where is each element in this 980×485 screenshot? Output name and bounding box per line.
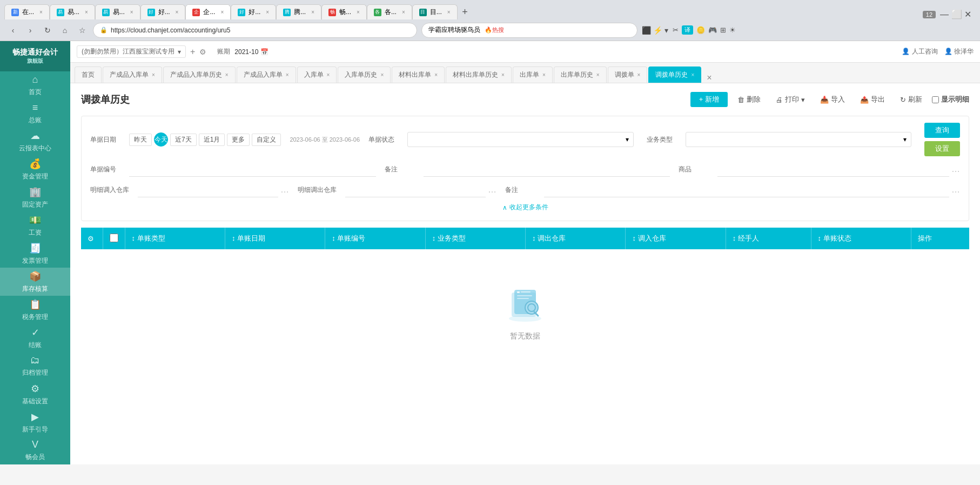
- remark-input[interactable]: [424, 162, 670, 177]
- tab-material-out-history[interactable]: 材料出库单历史 ×: [446, 67, 512, 83]
- tab-close-8[interactable]: ×: [357, 9, 360, 15]
- browser-tab-8[interactable]: 畅 畅... ×: [321, 4, 367, 19]
- sidebar-item-salary[interactable]: 💵 工资: [0, 211, 70, 240]
- tab-out[interactable]: 出库单 ×: [513, 67, 553, 83]
- sidebar-item-tax[interactable]: 📋 税务管理: [0, 296, 70, 324]
- home-button[interactable]: ⌂: [58, 24, 71, 37]
- bookmark-button[interactable]: ☆: [76, 24, 89, 37]
- tab-product-in-history[interactable]: 产成品入库单历史 ×: [163, 67, 236, 83]
- tab-transfer-close[interactable]: ×: [637, 72, 641, 78]
- browser-tab-6[interactable]: 好 好... ×: [231, 4, 276, 19]
- extensions-icon[interactable]: ⬛: [642, 26, 651, 35]
- url-bar[interactable]: 🔒 https://cloud.chanjet.com/accounting/u…: [93, 23, 417, 38]
- display-fields-checkbox[interactable]: [932, 96, 939, 103]
- sidebar-item-archive[interactable]: 🗂 归档管理: [0, 352, 70, 380]
- grid-icon[interactable]: ⊞: [720, 26, 726, 34]
- tab-close-10[interactable]: ×: [447, 9, 451, 15]
- close-all-btn[interactable]: ×: [707, 73, 711, 83]
- goods-more-btn[interactable]: …: [951, 164, 960, 174]
- tab-product-in-close[interactable]: ×: [152, 72, 155, 78]
- date-btn-more[interactable]: 更多: [227, 134, 250, 146]
- sidebar-item-guide[interactable]: ▶ 新手引导: [0, 408, 70, 436]
- browser-tab-4[interactable]: 好 好... ×: [140, 4, 186, 19]
- tab-close-6[interactable]: ×: [266, 9, 269, 15]
- select-all-checkbox[interactable]: [110, 234, 118, 242]
- sidebar-item-invoice[interactable]: 🧾 发票管理: [0, 240, 70, 268]
- tab-close-9[interactable]: ×: [402, 9, 405, 15]
- tab-out-history-close[interactable]: ×: [596, 72, 600, 78]
- translate-icon[interactable]: 译: [682, 25, 693, 35]
- tab-close-3[interactable]: ×: [130, 9, 133, 15]
- collapse-btn[interactable]: ∧ 收起更多条件: [502, 203, 548, 212]
- refresh-button[interactable]: ↻: [41, 24, 54, 37]
- tab-material-out-history-close[interactable]: ×: [501, 72, 505, 78]
- browser-tab-3[interactable]: 易 易... ×: [95, 4, 140, 19]
- print-btn[interactable]: 🖨 打印 ▾: [770, 92, 810, 107]
- date-btn-custom[interactable]: 自定义: [252, 134, 281, 146]
- sidebar-item-vip[interactable]: V 畅会员: [0, 436, 70, 464]
- sidebar-item-ledger[interactable]: ≡ 总账: [0, 99, 70, 128]
- tab-material-out[interactable]: 材料出库单 ×: [392, 67, 445, 83]
- tab-close-7[interactable]: ×: [311, 9, 314, 15]
- tab-product-in[interactable]: 产成品入库单 ×: [103, 67, 162, 83]
- date-btn-1month[interactable]: 近1月: [199, 134, 225, 146]
- tab-product-in2-close[interactable]: ×: [286, 72, 289, 78]
- theme-icon[interactable]: ☀: [729, 26, 736, 34]
- forward-button[interactable]: ›: [24, 24, 37, 37]
- goods-input[interactable]: [717, 162, 949, 177]
- detail-remark-input[interactable]: [544, 182, 949, 197]
- tab-product-in2[interactable]: 产成品入库单 ×: [237, 67, 296, 83]
- detail-in-more-btn[interactable]: …: [280, 185, 289, 195]
- tab-home[interactable]: 首页: [75, 67, 102, 83]
- import-btn[interactable]: 📥 导入: [815, 92, 850, 107]
- detail-out-input[interactable]: [345, 182, 486, 197]
- sidebar-item-asset[interactable]: 🏢 固定资产: [0, 183, 70, 211]
- sidebar-item-settings[interactable]: ⚙ 基础设置: [0, 380, 70, 408]
- tab-material-out-close[interactable]: ×: [434, 72, 438, 78]
- browser-tab-7[interactable]: 腾 腾... ×: [276, 4, 321, 19]
- dropdown-icon[interactable]: ▾: [664, 26, 668, 35]
- tab-in-history[interactable]: 入库单历史 ×: [338, 67, 391, 83]
- tab-close-1[interactable]: ×: [39, 9, 43, 15]
- tab-transfer-history[interactable]: 调拨单历史 ×: [648, 67, 701, 83]
- th-checkbox[interactable]: [103, 228, 125, 249]
- browser-tab-2[interactable]: 易 易... ×: [50, 4, 95, 19]
- refresh-btn[interactable]: ↻ 刷新: [895, 92, 928, 107]
- tab-out-history[interactable]: 出库单历史 ×: [554, 67, 607, 83]
- export-btn[interactable]: 📤 导出: [855, 92, 890, 107]
- browser-tab-active[interactable]: 企 企... ×: [185, 4, 231, 19]
- display-fields-toggle[interactable]: 显示明细: [932, 95, 969, 104]
- new-tab-button[interactable]: +: [458, 4, 473, 19]
- tab-in-history-close[interactable]: ×: [380, 72, 384, 78]
- tab-close-4[interactable]: ×: [176, 9, 179, 15]
- sidebar-item-fund[interactable]: 💰 资金管理: [0, 156, 70, 184]
- sidebar-item-close[interactable]: ✓ 结账: [0, 324, 70, 352]
- scissors-icon[interactable]: ✂: [673, 26, 679, 34]
- sidebar-item-home[interactable]: ⌂ 首页: [0, 71, 70, 99]
- back-button[interactable]: ‹: [6, 24, 19, 37]
- status-selector[interactable]: ▾: [407, 132, 633, 147]
- date-btn-7days[interactable]: 近7天: [170, 134, 197, 146]
- detail-out-more-btn[interactable]: …: [488, 185, 496, 195]
- detail-remark-more-btn[interactable]: …: [951, 185, 960, 195]
- tab-transfer[interactable]: 调拨单 ×: [608, 67, 648, 83]
- th-settings[interactable]: ⚙: [81, 228, 103, 249]
- settings-filter-btn[interactable]: 设置: [924, 141, 960, 156]
- docno-input[interactable]: [129, 162, 376, 177]
- date-btn-today[interactable]: 今天: [154, 132, 168, 147]
- browser-tab-9[interactable]: 各 各... ×: [367, 4, 412, 19]
- search-bar[interactable]: 学霸应聘场驱鸟员 🔥热搜: [421, 23, 637, 38]
- delete-btn[interactable]: 🗑 删除: [732, 92, 766, 107]
- game-icon[interactable]: 🎮: [708, 26, 717, 34]
- add-company-btn[interactable]: +: [190, 47, 195, 57]
- tab-close-active[interactable]: ×: [220, 9, 224, 15]
- table-settings-icon[interactable]: ⚙: [88, 235, 94, 243]
- date-btn-yesterday[interactable]: 昨天: [129, 134, 152, 146]
- detail-in-input[interactable]: [138, 182, 278, 197]
- tab-close-2[interactable]: ×: [85, 9, 88, 15]
- thunder-icon[interactable]: ⚡: [653, 26, 662, 35]
- browser-tab-10[interactable]: 目 目... ×: [412, 4, 458, 19]
- tab-in-close[interactable]: ×: [327, 72, 330, 78]
- browser-tab-1[interactable]: 新 在... ×: [4, 4, 50, 19]
- company-selector[interactable]: (勿删勿禁用）江西服宝测试专用 ▾: [77, 45, 186, 58]
